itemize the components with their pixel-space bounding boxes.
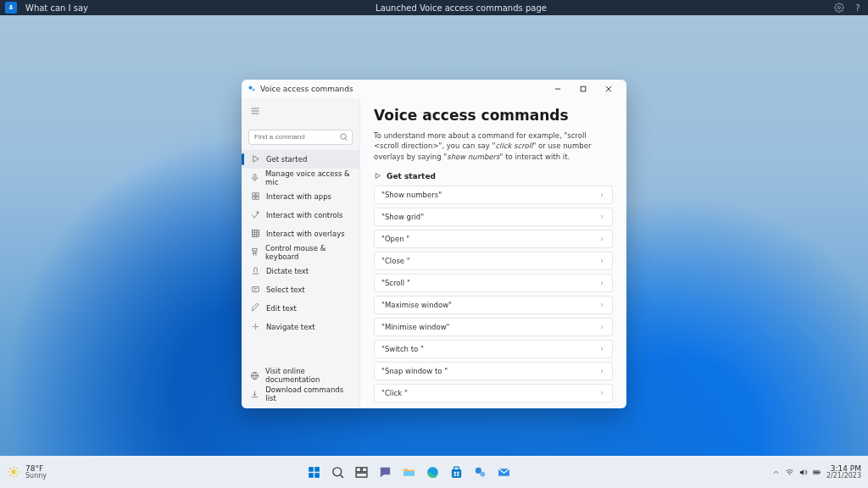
nav-label: Get started [266,155,307,164]
weather-widget[interactable]: 78°F Sunny [7,465,47,480]
svg-point-1 [249,86,253,90]
nav-icon [250,322,260,332]
svg-rect-41 [309,473,314,478]
svg-rect-52 [454,471,456,473]
footer-label: Visit online documentation [265,367,351,384]
help-icon[interactable]: ? [853,3,863,13]
nav-label: Navigate text [266,323,315,331]
voice-access-taskbar-icon[interactable] [470,462,491,482]
svg-rect-50 [452,469,461,477]
svg-rect-48 [403,471,415,476]
sidebar: Get startedManage voice access & micInte… [242,98,360,408]
file-explorer-button[interactable] [399,462,420,482]
command-row[interactable]: "Maximise window" [374,296,613,314]
chat-button[interactable] [376,462,396,482]
nav-icon [250,210,260,220]
svg-point-59 [789,474,790,475]
maximize-button[interactable] [570,80,596,98]
sidebar-item-navigate-text[interactable]: Navigate text [242,318,359,336]
battery-icon[interactable] [812,468,821,477]
command-row[interactable]: "Close " [374,252,613,270]
svg-rect-17 [255,197,258,199]
nav-label: Dictate text [266,267,309,275]
weather-icon [7,465,20,479]
search-icon [339,129,348,138]
nav-icon [250,303,260,313]
svg-rect-46 [362,467,367,471]
svg-rect-53 [457,471,459,473]
sidebar-footer-download-commands-list[interactable]: Download commands list [242,385,359,403]
command-row[interactable]: "Click " [374,384,613,402]
chevron-right-icon [598,280,605,286]
search-input[interactable] [248,130,353,145]
command-row[interactable]: "Open " [374,230,613,248]
mic-button[interactable] [5,2,17,14]
svg-line-11 [346,139,348,141]
sidebar-item-manage-voice-access-mic[interactable]: Manage voice access & mic [242,169,359,187]
voice-commands-window: Voice access commands Get startedManage … [242,80,626,408]
sidebar-item-get-started[interactable]: Get started [242,150,359,169]
footer-label: Download commands list [265,385,351,402]
weather-desc: Sunny [25,473,47,480]
edge-button[interactable] [423,462,443,482]
nav-label: Interact with apps [266,192,331,201]
command-row[interactable]: "Show grid" [374,208,613,226]
sidebar-item-select-text[interactable]: Select text [242,280,359,299]
start-button[interactable] [304,462,325,482]
chevron-right-icon [598,302,605,308]
system-tray[interactable]: 3:14 PM 2/21/2023 [771,465,861,480]
svg-rect-24 [252,287,258,292]
svg-point-0 [838,7,841,9]
command-text: "Click " [381,389,598,397]
sidebar-footer: Visit online documentationDownload comma… [242,366,359,403]
command-row[interactable]: "Switch to " [374,340,613,358]
svg-line-37 [16,468,17,469]
sidebar-item-interact-with-controls[interactable]: Interact with controls [242,206,359,225]
minimize-button[interactable] [545,80,570,98]
search-field[interactable] [248,126,353,145]
close-button[interactable] [596,80,621,98]
svg-rect-42 [314,473,320,478]
nav-icon [250,154,260,164]
sidebar-item-interact-with-overlays[interactable]: Interact with overlays [242,225,359,243]
sidebar-item-dictate-text[interactable]: Dictate text [242,262,359,280]
app-icon [247,84,257,94]
svg-point-56 [476,467,481,473]
hamburger-button[interactable] [242,100,359,123]
volume-icon[interactable] [798,468,808,477]
sidebar-item-control-mouse-keyboard[interactable]: Control mouse & keyboard [242,243,359,262]
svg-rect-16 [252,197,254,199]
command-text: "Maximise window" [381,301,598,309]
mail-button[interactable] [494,462,515,482]
chevron-right-icon [598,390,605,396]
sidebar-item-interact-with-apps[interactable]: Interact with apps [242,187,359,206]
store-button[interactable] [447,462,467,482]
command-row[interactable]: "Show numbers" [374,186,613,204]
svg-rect-15 [255,193,258,196]
svg-point-30 [11,469,15,474]
gear-icon[interactable] [834,3,844,13]
command-row[interactable]: "Minimise window" [374,318,613,336]
task-view-button[interactable] [352,462,372,482]
sidebar-item-edit-text[interactable]: Edit text [242,299,359,318]
chevron-right-icon [598,368,605,374]
clock[interactable]: 3:14 PM 2/21/2023 [826,465,861,480]
wifi-icon[interactable] [785,468,794,477]
svg-rect-54 [454,474,456,475]
svg-rect-45 [356,467,361,471]
taskbar: 78°F Sunny [0,456,868,488]
chevron-up-icon[interactable] [771,468,781,477]
command-text: "Switch to " [381,345,598,353]
nav-list: Get startedManage voice access & micInte… [242,150,359,336]
svg-rect-4 [581,86,586,92]
svg-point-57 [481,471,486,476]
command-row[interactable]: "Snap window to " [374,362,613,380]
command-row[interactable]: "Scroll " [374,274,613,292]
svg-point-43 [333,467,342,475]
window-titlebar[interactable]: Voice access commands [242,80,626,98]
nav-label: Interact with controls [266,211,343,219]
voice-hint-text[interactable]: What can I say [25,3,88,13]
page-heading: Voice access commands [374,107,613,124]
search-button[interactable] [328,462,348,482]
sidebar-footer-visit-online-documentation[interactable]: Visit online documentation [242,366,359,385]
